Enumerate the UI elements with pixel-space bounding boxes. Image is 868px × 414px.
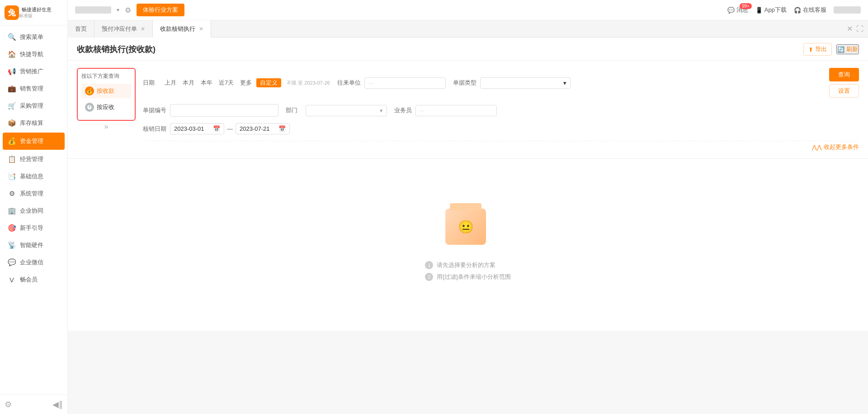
message-badge: 99+ [740, 3, 752, 9]
app-logo-icon: 兔 [5, 5, 19, 20]
filter-area: 按以下方案查询 💰 按收款 🕐 按应收 » [68, 61, 868, 159]
verify-date-filter-group: 核销日期 2023-03-01 📅 — 2023-07-21 📅 [143, 123, 290, 134]
dept-select[interactable]: ▾ [306, 105, 387, 116]
header-settings-icon[interactable]: ⚙ [125, 6, 131, 14]
sidebar-item-enterprise[interactable]: 🏢 企业协同 [0, 202, 67, 219]
money-icon: 💰 [7, 137, 16, 145]
sidebar-item-beginner[interactable]: 🎯 新手引导 [0, 219, 67, 237]
empty-hint-2: 2 用[过滤]条件来缩小分析范围 [425, 273, 510, 281]
doc-num-input[interactable] [170, 104, 278, 117]
tab-prepay[interactable]: 预付冲应付单 ✕ [94, 20, 153, 38]
doc-type-select[interactable]: ▾ [480, 77, 571, 89]
page-title-row: 收款核销执行(按收款) ⬆ 导出 🔄 刷新 [77, 43, 859, 60]
sidebar-item-search[interactable]: 🔍 搜索菜单 [0, 29, 67, 46]
sidebar-item-label: 企业微信 [20, 258, 43, 266]
date-this-year[interactable]: 本年 [199, 78, 214, 87]
clipboard-icon: 📋 [7, 155, 16, 163]
sidebar-item-label: 库存核算 [20, 119, 43, 127]
refresh-button[interactable]: 🔄 刷新 [836, 44, 859, 54]
filter-option-by-receivable[interactable]: 🕐 按应收 [81, 100, 131, 114]
sidebar: 兔 畅捷通好生意 标准版 🔍 搜索菜单 🏠 快捷导航 📢 营销推广 💼 销售管理… [0, 0, 68, 414]
date-custom[interactable]: 自定义 [256, 78, 281, 87]
app-download-button[interactable]: 📱 App下载 [755, 6, 787, 14]
partner-placeholder: ··· [368, 80, 373, 86]
tab-collection-label: 收款核销执行 [160, 25, 195, 33]
message-button[interactable]: 💬 消息 99+ [727, 6, 748, 14]
sidebar-settings-icon[interactable]: ⚙ [5, 400, 12, 409]
dept-filter-group: 部门 ▾ [286, 105, 387, 116]
sidebar-bottom: ⚙ ◀‖ [0, 395, 67, 414]
sidebar-item-marketing[interactable]: 📢 营销推广 [0, 63, 67, 80]
partner-filter-group: 往来单位 ··· [337, 77, 446, 89]
sidebar-item-label: 采购管理 [20, 102, 43, 110]
sidebar-item-system[interactable]: ⚙ 系统管理 [0, 185, 67, 202]
header-right: 💬 消息 99+ 📱 App下载 🎧 在线客服 [727, 6, 861, 14]
verify-date-label: 核销日期 [143, 125, 166, 133]
setting-button[interactable]: 设置 [829, 84, 859, 98]
collapse-more-btn[interactable]: ⋀⋀ 收起更多条件 [143, 141, 859, 151]
date-this-month[interactable]: 本月 [181, 78, 196, 87]
search-icon: 🔍 [7, 33, 16, 41]
tab-collection[interactable]: 收款核销执行 ✕ [153, 20, 211, 38]
sidebar-item-label: 搜索菜单 [20, 33, 43, 41]
tab-maximize-icon[interactable]: ⛶ [856, 25, 863, 33]
verify-date-end-input[interactable]: 2023-07-21 📅 [236, 123, 290, 134]
building-icon: 🏢 [7, 207, 16, 215]
sidebar-item-capital[interactable]: 💰 资金管理 [3, 133, 65, 150]
sidebar-item-label: 快捷导航 [20, 50, 43, 58]
sidebar-item-operation[interactable]: 📋 经营管理 [0, 151, 67, 168]
header-dropdown-icon[interactable]: ▾ [117, 7, 119, 13]
main-area: ▾ ⚙ 体验行业方案 💬 消息 99+ 📱 App下载 🎧 在线客服 首页 [68, 0, 868, 414]
export-icon: ⬆ [808, 46, 813, 53]
refresh-label: 刷新 [846, 45, 858, 53]
sidebar-collapse-icon[interactable]: ◀‖ [52, 400, 63, 409]
filter-box: 按以下方案查询 💰 按收款 🕐 按应收 [77, 68, 136, 121]
tab-collection-close[interactable]: ✕ [199, 26, 203, 32]
partner-input[interactable]: ··· [364, 77, 446, 89]
verify-date-end-value: 2023-07-21 [240, 125, 270, 132]
tab-home[interactable]: 首页 [68, 20, 94, 38]
sidebar-item-member[interactable]: V 畅会员 [0, 271, 67, 288]
calendar-end-icon: 📅 [278, 125, 286, 132]
tab-close-all-icon[interactable]: ✕ [847, 24, 853, 33]
solution-button[interactable]: 体验行业方案 [137, 4, 184, 16]
sales-rep-input[interactable]: ··· [415, 105, 497, 116]
export-button[interactable]: ⬆ 导出 [803, 43, 832, 56]
verify-date-start-input[interactable]: 2023-03-01 📅 [170, 123, 224, 134]
sidebar-item-wechat[interactable]: 💬 企业微信 [0, 254, 67, 271]
sidebar-item-label: 新手引导 [20, 224, 43, 232]
filter-row-3: 核销日期 2023-03-01 📅 — 2023-07-21 📅 [143, 123, 859, 134]
header-blurred-name [75, 6, 111, 14]
target-icon: 🎯 [7, 224, 16, 232]
sidebar-nav: 🔍 搜索菜单 🏠 快捷导航 📢 营销推广 💼 销售管理 🛒 采购管理 📦 库存核… [0, 26, 67, 395]
sidebar-item-label: 销售管理 [20, 85, 43, 93]
date-more[interactable]: 更多 [238, 78, 254, 87]
hint-text-2: 用[过滤]条件来缩小分析范围 [437, 273, 510, 281]
sidebar-item-quick-nav[interactable]: 🏠 快捷导航 [0, 46, 67, 63]
sales-rep-label: 业务员 [394, 106, 412, 114]
sidebar-item-smart-hw[interactable]: 📡 智能硬件 [0, 237, 67, 254]
date-no-limit: 不限 至 2023-07-26 [287, 80, 330, 86]
empty-box: 😐 [445, 209, 486, 245]
date-prev-month[interactable]: 上月 [163, 78, 178, 87]
tab-bar: 首页 预付冲应付单 ✕ 收款核销执行 ✕ ✕ ⛶ [68, 20, 868, 38]
sidebar-item-inventory[interactable]: 📦 库存核算 [0, 114, 67, 132]
online-service-button[interactable]: 🎧 在线客服 [794, 6, 826, 14]
doc-num-filter-group: 单据编号 [143, 104, 278, 117]
sidebar-item-sales[interactable]: 💼 销售管理 [0, 80, 67, 97]
app-name: 畅捷通好生意 [22, 6, 52, 13]
filter-box-title: 按以下方案查询 [81, 72, 131, 80]
sidebar-item-basic-info[interactable]: 📑 基础信息 [0, 168, 67, 185]
query-button[interactable]: 查询 [829, 68, 859, 81]
filter-option-by-receipt[interactable]: 💰 按收款 [81, 84, 131, 98]
gear-icon: ⚙ [7, 190, 16, 198]
vip-icon: V [7, 276, 16, 284]
sales-rep-placeholder: ··· [420, 107, 425, 114]
date-last-7days[interactable]: 近7天 [217, 78, 236, 87]
tab-prepay-close[interactable]: ✕ [141, 26, 145, 32]
empty-illustration: 😐 [445, 209, 491, 254]
sidebar-item-purchase[interactable]: 🛒 采购管理 [0, 97, 67, 114]
filter-sidebar-collapse[interactable]: » [77, 123, 136, 131]
online-service-label: 在线客服 [803, 6, 826, 14]
sales-rep-filter-group: 业务员 ··· [394, 105, 497, 116]
